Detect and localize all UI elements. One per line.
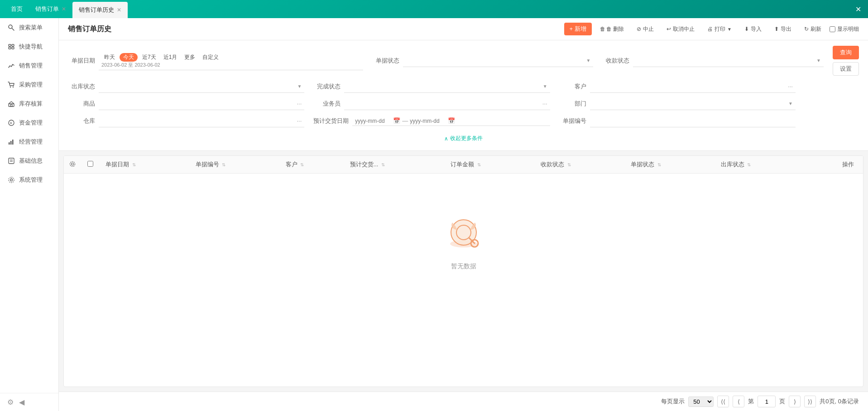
- sidebar-collapse-icon[interactable]: ◀: [19, 398, 24, 406]
- col-header-out-stock[interactable]: 出库状态 ⇅: [715, 156, 806, 174]
- sort-delivery-icon: ⇅: [381, 162, 385, 167]
- sidebar-item-inventory[interactable]: 库存核算: [0, 94, 58, 113]
- tab-sales-order-label: 销售订单: [35, 5, 59, 13]
- col-header-order-amount[interactable]: 订单金额 ⇅: [445, 156, 535, 174]
- display-detail-label: 显示明细: [837, 25, 859, 33]
- department-select[interactable]: [590, 97, 796, 110]
- salesperson-input[interactable]: [344, 97, 550, 110]
- sidebar-item-purchase-mgmt[interactable]: 采购管理: [0, 75, 58, 94]
- tab-sales-order[interactable]: 销售订单 ✕: [29, 0, 72, 18]
- new-button[interactable]: + 新增: [564, 23, 592, 35]
- payment-status-label: 收款状态: [602, 57, 629, 65]
- date-filter-buttons: 昨天 今天 近7天 近1月 更多 自定义: [101, 53, 360, 62]
- top-bar-right: ✕: [853, 4, 863, 15]
- filter-area: 单据日期 昨天 今天 近7天 近1月 更多 自定义 2023-06-02 至 2…: [59, 40, 868, 151]
- export-button[interactable]: ⬆ 导出: [770, 24, 796, 35]
- col-header-expected-delivery[interactable]: 预计交货... ⇅: [345, 156, 446, 174]
- complete-status-select[interactable]: [344, 80, 550, 93]
- export-icon: ⬆: [774, 26, 779, 32]
- display-detail-toggle[interactable]: 显示明细: [830, 25, 859, 33]
- date-1month-btn[interactable]: 近1月: [161, 53, 180, 62]
- stop-button[interactable]: ⊘ 中止: [632, 24, 658, 35]
- tab-sales-order-history[interactable]: 销售订单历史 ✕: [72, 2, 128, 18]
- sort-number-icon: ⇅: [222, 162, 225, 167]
- warehouse-input[interactable]: [99, 115, 304, 127]
- search-menu-icon: [7, 24, 15, 32]
- print-icon: 🖨: [707, 26, 713, 32]
- delete-button[interactable]: 🗑 🗑 删除: [595, 24, 628, 35]
- table-checkbox-header[interactable]: [82, 156, 100, 174]
- refresh-button[interactable]: ↻ 刷新: [800, 24, 826, 35]
- date-custom-btn[interactable]: 自定义: [200, 53, 221, 62]
- collapse-bar[interactable]: ∧ 收起更多条件: [68, 132, 859, 145]
- first-page-button[interactable]: ⟨⟨: [717, 396, 729, 407]
- payment-status-select[interactable]: [633, 54, 824, 67]
- col-header-number[interactable]: 单据编号 ⇅: [190, 156, 280, 174]
- last-page-button[interactable]: ⟩⟩: [804, 396, 816, 407]
- date-filter-item: 单据日期 昨天 今天 近7天 近1月 更多 自定义 2023-06-02 至 2…: [68, 52, 363, 70]
- stop-icon: ⊘: [637, 26, 641, 32]
- sidebar-item-operations-mgmt[interactable]: 经营管理: [0, 132, 58, 151]
- collapse-label: 收起更多条件: [450, 135, 483, 142]
- prev-page-button[interactable]: ⟨: [733, 396, 744, 407]
- col-header-payment-status[interactable]: 收款状态 ⇅: [535, 156, 625, 174]
- date-filter-label: 单据日期: [68, 57, 95, 65]
- display-detail-checkbox[interactable]: [830, 26, 835, 32]
- delivery-end-date[interactable]: [410, 118, 446, 124]
- select-all-checkbox[interactable]: [87, 161, 93, 167]
- svg-point-6: [10, 87, 11, 87]
- filter-row-3: 商品 业务员 部门: [68, 97, 859, 110]
- svg-rect-15: [9, 158, 14, 164]
- date-today-btn[interactable]: 今天: [120, 53, 138, 62]
- sidebar-item-search-menu[interactable]: 搜索菜单: [0, 18, 58, 37]
- sidebar-label-capital-mgmt: 资金管理: [19, 119, 43, 127]
- table-settings-header[interactable]: [64, 156, 82, 174]
- close-history-tab-icon[interactable]: ✕: [117, 7, 121, 13]
- sidebar-item-sales-mgmt[interactable]: 销售管理: [0, 56, 58, 75]
- delivery-start-date[interactable]: [355, 118, 391, 124]
- customer-input[interactable]: [590, 80, 796, 93]
- window-close-button[interactable]: ✕: [853, 4, 863, 15]
- sidebar-label-search-menu: 搜索菜单: [19, 24, 43, 32]
- sidebar-label-operations-mgmt: 经营管理: [19, 138, 43, 146]
- close-sales-order-tab-icon[interactable]: ✕: [62, 6, 66, 12]
- tab-home[interactable]: 首页: [5, 0, 29, 18]
- warehouse-label: 仓库: [68, 117, 95, 125]
- query-settings-area: 查询 设置: [833, 46, 859, 76]
- doc-number-input[interactable]: [590, 115, 796, 127]
- svg-point-21: [70, 161, 75, 166]
- date-7days-btn[interactable]: 近7天: [139, 53, 159, 62]
- cancel-stop-button[interactable]: ↩ 取消中止: [662, 24, 699, 35]
- toolbar: + 新增 🗑 🗑 删除 ⊘ 中止 ↩ 取消中止 🖨 打印 ▼: [564, 23, 859, 35]
- goods-input[interactable]: [99, 97, 304, 110]
- sidebar-item-capital-mgmt[interactable]: ¥ 资金管理: [0, 113, 58, 132]
- print-button[interactable]: 🖨 打印 ▼: [703, 24, 736, 35]
- svg-rect-12: [9, 142, 10, 145]
- doc-status-select[interactable]: [403, 54, 594, 67]
- settings-button[interactable]: 设置: [833, 62, 859, 76]
- sort-customer-icon: ⇅: [300, 162, 304, 167]
- sidebar-item-basic-info[interactable]: 基础信息: [0, 151, 58, 170]
- delivery-date-label: 预计交货日期: [313, 117, 349, 125]
- empty-state-icon: [441, 210, 486, 255]
- sidebar-item-system-mgmt[interactable]: 系统管理: [0, 170, 58, 189]
- import-button[interactable]: ⬇ 导入: [740, 24, 766, 35]
- svg-point-7: [13, 87, 14, 87]
- page-number-input[interactable]: [758, 396, 776, 407]
- date-more-btn[interactable]: 更多: [182, 53, 198, 62]
- empty-text: 暂无数据: [451, 262, 476, 271]
- page-size-select[interactable]: 50 10 20 100: [688, 396, 714, 407]
- out-stock-select[interactable]: [99, 80, 304, 93]
- query-button[interactable]: 查询: [833, 46, 859, 59]
- sort-date-icon: ⇅: [132, 162, 136, 167]
- system-mgmt-icon: [7, 176, 15, 184]
- calendar-icon-start: 📅: [393, 117, 400, 124]
- sidebar-settings-icon[interactable]: ⚙: [7, 398, 14, 406]
- date-yesterday-btn[interactable]: 昨天: [101, 53, 118, 62]
- svg-rect-3: [12, 44, 14, 46]
- col-header-date[interactable]: 单据日期 ⇅: [100, 156, 190, 174]
- col-header-doc-status[interactable]: 单据状态 ⇅: [625, 156, 715, 174]
- next-page-button[interactable]: ⟩: [789, 396, 801, 407]
- sidebar-item-quick-nav[interactable]: 快捷导航: [0, 37, 58, 56]
- col-header-customer[interactable]: 客户 ⇅: [280, 156, 345, 174]
